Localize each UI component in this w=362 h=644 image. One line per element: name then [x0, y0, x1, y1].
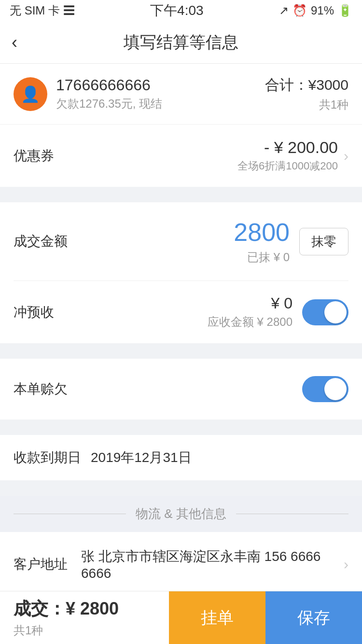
debt-section: 本单赊欠 — [0, 359, 362, 420]
amount-section: 成交金额 2800 已抹 ¥ 0 抹零 冲预收 ¥ 0 应收金额 ¥ 2800 — [0, 202, 362, 343]
divider-line-left — [14, 514, 126, 514]
due-date-section: 收款到期日 2019年12月31日 — [0, 435, 362, 480]
user-left: 👤 17666666666 欠款1276.35元, 现结 — [14, 76, 162, 112]
user-total-info: 合计：¥3000 共1种 — [265, 75, 348, 112]
battery-icon: 🔋 — [338, 4, 352, 17]
bottom-summary: 成交：¥ 2800 共1种 — [0, 597, 169, 638]
separator-3 — [0, 427, 362, 435]
deal-amount-row: 成交金额 2800 已抹 ¥ 0 抹零 — [14, 202, 348, 281]
back-button[interactable]: ‹ — [12, 32, 17, 53]
deal-amount-sub: 已抹 ¥ 0 — [234, 250, 290, 265]
deal-amount-value: 2800 — [234, 218, 290, 247]
deal-amount-right: 2800 已抹 ¥ 0 抹零 — [234, 218, 348, 265]
address-value: 张 北京市市辖区海淀区永丰南 156 6666 6666 — [81, 547, 334, 581]
debt-toggle[interactable] — [302, 376, 348, 402]
deal-amount-col: 2800 已抹 ¥ 0 — [234, 218, 290, 265]
prepay-sub: 应收金额 ¥ 2800 — [208, 314, 292, 330]
separator-1 — [0, 195, 362, 202]
coupon-value-col: - ¥ 200.00 全场6折满1000减200 — [237, 138, 338, 173]
bottom-deal-label: 成交：¥ 2800 — [14, 597, 155, 621]
bottom-deal-value: ¥ 2800 — [66, 599, 119, 618]
debt-row: 本单赊欠 — [14, 359, 348, 420]
alarm-icon: ⏰ — [292, 4, 307, 17]
user-info-row: 👤 17666666666 欠款1276.35元, 现结 合计：¥3000 共1… — [0, 64, 362, 124]
prepay-value-col: ¥ 0 应收金额 ¥ 2800 — [208, 294, 292, 330]
chevron-right-icon: › — [344, 148, 348, 164]
sim-status: 无 SIM 卡 ☰ — [10, 3, 75, 18]
location-icon: ↗ — [279, 4, 289, 17]
address-label: 客户地址 — [14, 555, 71, 574]
bottom-count: 共1种 — [14, 623, 155, 638]
address-section: 客户地址 张 北京市市辖区海淀区永丰南 156 6666 6666 › — [0, 532, 362, 597]
user-count: 共1种 — [265, 97, 348, 112]
status-right: ↗ ⏰ 91% 🔋 — [279, 4, 352, 17]
nav-bar: ‹ 填写结算等信息 — [0, 21, 362, 64]
prepay-label: 冲预收 — [14, 303, 54, 322]
avatar: 👤 — [14, 77, 47, 111]
battery-level: 91% — [311, 4, 334, 17]
round-off-button[interactable]: 抹零 — [299, 228, 348, 255]
save-button[interactable]: 保存 — [265, 591, 362, 644]
user-phone: 17666666666 — [56, 76, 162, 94]
page-title: 填写结算等信息 — [124, 31, 238, 54]
prepay-value: ¥ 0 — [208, 294, 292, 312]
due-date-label: 收款到期日 — [14, 448, 81, 467]
debt-label: 本单赊欠 — [14, 380, 68, 398]
status-time: 下午4:03 — [150, 1, 204, 20]
prepay-right: ¥ 0 应收金额 ¥ 2800 — [208, 294, 348, 330]
due-date-row: 收款到期日 2019年12月31日 — [14, 448, 348, 467]
hang-order-button[interactable]: 挂单 — [169, 591, 265, 644]
address-chevron-icon: › — [344, 556, 348, 573]
status-left: 无 SIM 卡 ☰ — [10, 3, 75, 18]
bottom-bar: 成交：¥ 2800 共1种 挂单 保存 — [0, 591, 362, 644]
separator-4 — [0, 488, 362, 496]
user-sub-info: 欠款1276.35元, 现结 — [56, 96, 162, 112]
deal-amount-label: 成交金额 — [14, 232, 68, 251]
coupon-desc: 全场6折满1000减200 — [237, 159, 338, 173]
user-details: 17666666666 欠款1276.35元, 现结 — [56, 76, 162, 112]
prepay-row: 冲预收 ¥ 0 应收金额 ¥ 2800 — [14, 281, 348, 343]
coupon-label: 优惠券 — [14, 147, 54, 165]
user-total: 合计：¥3000 — [265, 75, 348, 95]
due-date-value: 2019年12月31日 — [91, 448, 192, 467]
logistics-label: 物流 & 其他信息 — [136, 505, 226, 522]
user-info-card: 👤 17666666666 欠款1276.35元, 现结 合计：¥3000 共1… — [0, 64, 362, 187]
main-content: 👤 17666666666 欠款1276.35元, 现结 合计：¥3000 共1… — [0, 64, 362, 644]
avatar-icon: 👤 — [21, 85, 40, 103]
status-bar: 无 SIM 卡 ☰ 下午4:03 ↗ ⏰ 91% 🔋 — [0, 0, 362, 21]
address-row[interactable]: 客户地址 张 北京市市辖区海淀区永丰南 156 6666 6666 › — [14, 532, 348, 597]
logistics-divider: 物流 & 其他信息 — [0, 496, 362, 532]
coupon-value: - ¥ 200.00 — [237, 138, 338, 157]
coupon-row[interactable]: 优惠券 - ¥ 200.00 全场6折满1000减200 › — [0, 124, 362, 187]
separator-2 — [0, 351, 362, 359]
divider-line-right — [236, 514, 348, 514]
prepay-toggle[interactable] — [302, 299, 348, 325]
